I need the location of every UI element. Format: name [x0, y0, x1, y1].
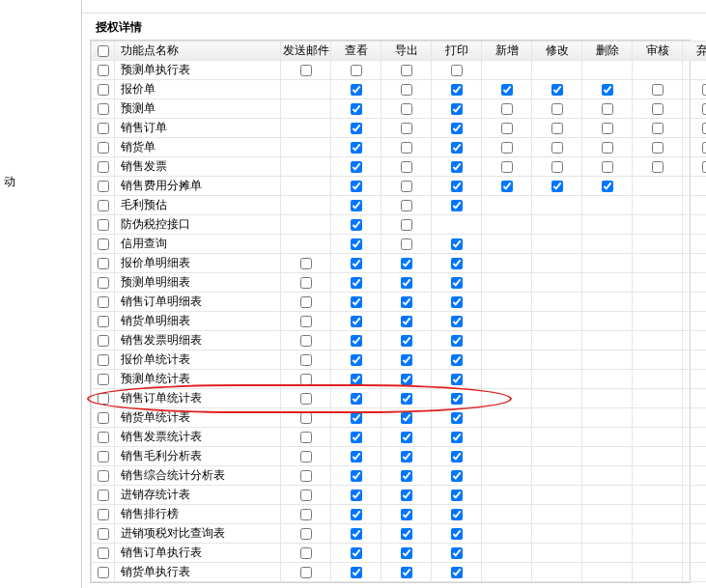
- row-select-checkbox[interactable]: [98, 103, 109, 115]
- perm-checkbox-c2[interactable]: [351, 65, 362, 76]
- perm-checkbox-c2[interactable]: [351, 316, 362, 327]
- perm-checkbox-c9[interactable]: [702, 161, 707, 173]
- perm-checkbox-c3[interactable]: [401, 238, 412, 250]
- perm-checkbox-c2[interactable]: [351, 567, 362, 578]
- perm-checkbox-c5[interactable]: [501, 161, 513, 173]
- perm-checkbox-c4[interactable]: [451, 528, 463, 540]
- perm-checkbox-c4[interactable]: [451, 393, 463, 405]
- perm-checkbox-c4[interactable]: [451, 103, 463, 115]
- perm-checkbox-c3[interactable]: [401, 123, 412, 134]
- row-select-checkbox[interactable]: [98, 161, 109, 173]
- perm-checkbox-c2[interactable]: [351, 181, 362, 192]
- perm-checkbox-c6[interactable]: [551, 103, 563, 115]
- perm-checkbox-c3[interactable]: [401, 432, 412, 443]
- row-select-checkbox[interactable]: [98, 393, 109, 405]
- perm-checkbox-c9[interactable]: [702, 84, 707, 96]
- perm-checkbox-c5[interactable]: [501, 103, 513, 115]
- perm-checkbox-c3[interactable]: [401, 296, 412, 308]
- perm-checkbox-c3[interactable]: [401, 142, 412, 154]
- row-select-checkbox[interactable]: [98, 354, 109, 366]
- perm-checkbox-c1[interactable]: [300, 547, 312, 559]
- perm-checkbox-c1[interactable]: [300, 567, 312, 578]
- perm-checkbox-c8[interactable]: [652, 123, 664, 134]
- row-select-checkbox[interactable]: [98, 316, 109, 327]
- perm-checkbox-c8[interactable]: [652, 84, 664, 96]
- perm-checkbox-c4[interactable]: [451, 374, 463, 385]
- perm-checkbox-c2[interactable]: [351, 374, 362, 385]
- perm-checkbox-c4[interactable]: [451, 432, 463, 443]
- perm-checkbox-c1[interactable]: [300, 528, 312, 540]
- perm-checkbox-c6[interactable]: [551, 161, 563, 173]
- perm-checkbox-c2[interactable]: [351, 103, 362, 115]
- perm-checkbox-c2[interactable]: [351, 451, 362, 462]
- perm-checkbox-c5[interactable]: [501, 123, 513, 134]
- perm-checkbox-c8[interactable]: [652, 103, 664, 115]
- perm-checkbox-c4[interactable]: [451, 335, 463, 347]
- perm-checkbox-c7[interactable]: [602, 84, 613, 96]
- row-select-checkbox[interactable]: [98, 490, 109, 501]
- perm-checkbox-c3[interactable]: [401, 490, 412, 501]
- perm-checkbox-c9[interactable]: [702, 123, 707, 134]
- row-select-checkbox[interactable]: [98, 200, 109, 211]
- perm-checkbox-c4[interactable]: [451, 200, 463, 211]
- perm-checkbox-c2[interactable]: [351, 296, 362, 308]
- perm-checkbox-c2[interactable]: [351, 509, 362, 520]
- perm-checkbox-c2[interactable]: [351, 238, 362, 250]
- perm-checkbox-c2[interactable]: [351, 161, 362, 173]
- row-select-checkbox[interactable]: [98, 238, 109, 250]
- perm-checkbox-c2[interactable]: [351, 123, 362, 134]
- perm-checkbox-c4[interactable]: [451, 490, 463, 501]
- perm-checkbox-c3[interactable]: [401, 316, 412, 327]
- perm-checkbox-c1[interactable]: [300, 432, 312, 443]
- row-select-checkbox[interactable]: [98, 219, 109, 231]
- perm-checkbox-c4[interactable]: [451, 258, 463, 269]
- perm-checkbox-c1[interactable]: [300, 335, 312, 347]
- perm-checkbox-c2[interactable]: [351, 354, 362, 366]
- perm-checkbox-c3[interactable]: [401, 354, 412, 366]
- perm-checkbox-c1[interactable]: [300, 509, 312, 520]
- perm-checkbox-c4[interactable]: [451, 161, 463, 173]
- perm-checkbox-c2[interactable]: [351, 142, 362, 154]
- row-select-checkbox[interactable]: [98, 277, 109, 289]
- perm-checkbox-c4[interactable]: [451, 277, 463, 289]
- perm-checkbox-c4[interactable]: [451, 84, 463, 96]
- perm-checkbox-c2[interactable]: [351, 393, 362, 405]
- perm-checkbox-c2[interactable]: [351, 470, 362, 482]
- perm-checkbox-c1[interactable]: [300, 277, 312, 289]
- perm-checkbox-c3[interactable]: [401, 277, 412, 289]
- perm-checkbox-c3[interactable]: [401, 335, 412, 347]
- perm-checkbox-c7[interactable]: [602, 161, 613, 173]
- row-select-checkbox[interactable]: [98, 374, 109, 385]
- row-select-checkbox[interactable]: [98, 567, 109, 578]
- perm-checkbox-c2[interactable]: [351, 490, 362, 501]
- perm-checkbox-c3[interactable]: [401, 65, 412, 76]
- perm-checkbox-c3[interactable]: [401, 567, 412, 578]
- perm-checkbox-c4[interactable]: [451, 354, 463, 366]
- perm-checkbox-c3[interactable]: [401, 161, 412, 173]
- perm-checkbox-c1[interactable]: [300, 374, 312, 385]
- perm-checkbox-c4[interactable]: [451, 509, 463, 520]
- select-all-checkbox[interactable]: [98, 45, 109, 57]
- perm-checkbox-c7[interactable]: [602, 123, 613, 134]
- perm-checkbox-c5[interactable]: [501, 84, 513, 96]
- perm-checkbox-c3[interactable]: [401, 103, 412, 115]
- perm-checkbox-c4[interactable]: [451, 412, 463, 424]
- perm-checkbox-c9[interactable]: [702, 142, 707, 154]
- perm-checkbox-c1[interactable]: [300, 412, 312, 424]
- perm-checkbox-c3[interactable]: [401, 528, 412, 540]
- row-select-checkbox[interactable]: [98, 451, 109, 462]
- perm-checkbox-c4[interactable]: [451, 316, 463, 327]
- perm-checkbox-c5[interactable]: [501, 142, 513, 154]
- perm-checkbox-c4[interactable]: [451, 142, 463, 154]
- perm-checkbox-c3[interactable]: [401, 412, 412, 424]
- perm-checkbox-c1[interactable]: [300, 296, 312, 308]
- perm-checkbox-c9[interactable]: [702, 103, 707, 115]
- perm-checkbox-c4[interactable]: [451, 567, 463, 578]
- perm-checkbox-c2[interactable]: [351, 200, 362, 211]
- perm-checkbox-c7[interactable]: [602, 181, 613, 192]
- perm-checkbox-c3[interactable]: [401, 200, 412, 211]
- perm-checkbox-c1[interactable]: [300, 393, 312, 405]
- perm-checkbox-c8[interactable]: [652, 161, 664, 173]
- perm-checkbox-c6[interactable]: [551, 123, 563, 134]
- row-select-checkbox[interactable]: [98, 181, 109, 192]
